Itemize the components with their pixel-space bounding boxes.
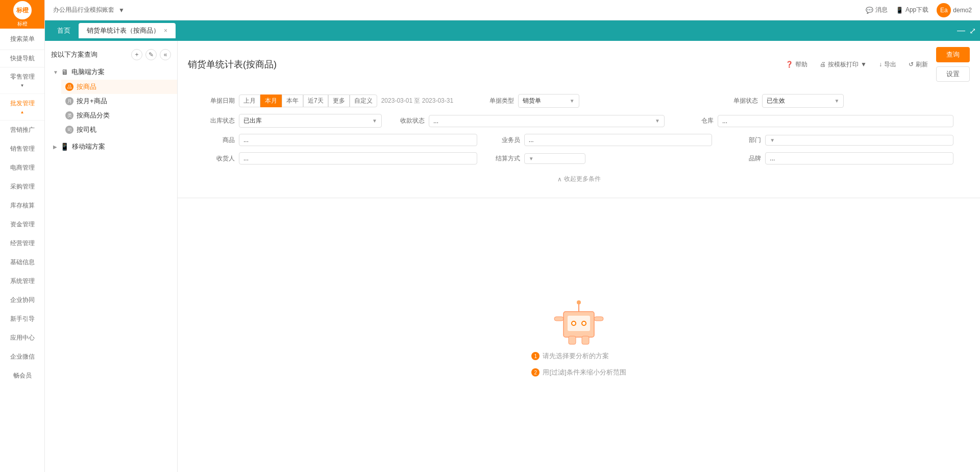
- wholesale-arrow-icon: ▲: [20, 110, 24, 114]
- collapse-btn[interactable]: ∧ 收起更多条件: [198, 171, 960, 187]
- date-btn-this-month[interactable]: 本月: [260, 95, 282, 107]
- panel-edit-btn[interactable]: ✎: [145, 49, 157, 60]
- app-download-label: App下载: [905, 6, 928, 14]
- sidebar-item-system[interactable]: 系统管理: [0, 272, 44, 291]
- doc-type-chevron: ▼: [570, 98, 575, 104]
- settings-btn[interactable]: 设置: [936, 66, 970, 82]
- right-panel: 销货单统计表(按商品) ❓ 帮助 🖨 按模板打印 ▼ ↓: [178, 41, 980, 472]
- sidebar-item-retail[interactable]: 零售管理 ▼: [0, 67, 44, 94]
- template-print-btn[interactable]: 🖨 按模板打印 ▼: [816, 58, 871, 71]
- date-btn-custom[interactable]: 自定义: [350, 95, 377, 107]
- out-status-select[interactable]: 已出库 ▼: [239, 114, 382, 128]
- sidebar-item-basic[interactable]: 基础信息: [0, 253, 44, 272]
- doc-status-chevron: ▼: [834, 98, 839, 104]
- receiver-input[interactable]: ...: [239, 152, 477, 164]
- template-print-icon: 🖨: [820, 61, 826, 68]
- department-col: 部门 ▼: [718, 135, 960, 146]
- department-label: 部门: [724, 136, 765, 145]
- avatar: Ea: [937, 3, 951, 17]
- tree-child-by-month-goods[interactable]: 月 按月+商品: [61, 94, 177, 108]
- sidebar-item-wechat[interactable]: 企业微信: [0, 347, 44, 366]
- child-icon-month: 月: [65, 97, 74, 105]
- main-area: 办公用品行业模拟账套 ▼ 💬 消息 📱 App下载 Ea demo2 首页: [45, 0, 980, 472]
- sidebar-item-inventory[interactable]: 库存核算: [0, 196, 44, 215]
- tree-child-by-cashier[interactable]: 司 按司机: [61, 123, 177, 137]
- sidebar-item-finance[interactable]: 资金管理: [0, 215, 44, 234]
- workspace-dropdown-icon[interactable]: ▼: [118, 7, 125, 14]
- settlement-label: 结算方式: [483, 154, 524, 163]
- brand-input[interactable]: ...: [765, 152, 953, 164]
- child-icon-cashier: 司: [65, 126, 74, 134]
- svg-rect-9: [594, 317, 603, 321]
- doc-status-select[interactable]: 已生效 ▼: [762, 94, 844, 108]
- sidebar-item-enterprise[interactable]: 企业协同: [0, 291, 44, 310]
- doc-type-label: 单据类型: [477, 97, 518, 105]
- child-icon-goods: 品: [65, 83, 74, 91]
- settlement-select[interactable]: ▼: [524, 153, 585, 164]
- sidebar-item-finance-label: 资金管理: [2, 220, 42, 229]
- logo-icon: 标橙: [13, 1, 32, 19]
- tab-home[interactable]: 首页: [49, 23, 79, 38]
- department-chevron: ▼: [770, 137, 775, 143]
- doc-type-select[interactable]: 销货单 ▼: [518, 94, 579, 108]
- tab-close-icon[interactable]: ×: [164, 27, 167, 34]
- sidebar-item-guide[interactable]: 新手引导: [0, 310, 44, 328]
- salesperson-dots: ...: [529, 136, 534, 144]
- sidebar-item-apps[interactable]: 应用中心: [0, 328, 44, 347]
- date-btn-7days[interactable]: 近7天: [303, 95, 328, 107]
- tab-bar-actions: — ⤢: [957, 26, 976, 36]
- date-btn-more[interactable]: 更多: [328, 95, 350, 107]
- app-download-btn[interactable]: 📱 App下载: [896, 6, 928, 14]
- panel-collapse-btn[interactable]: «: [160, 49, 171, 60]
- tree-children: 品 按商品 月 按月+商品 类 按商品分类 司 按司机: [45, 80, 177, 137]
- tab-maximize-btn[interactable]: ⤢: [969, 26, 976, 36]
- sidebar-item-ecom[interactable]: 电商管理: [0, 158, 44, 177]
- tree-mobile-expand-icon: ▶: [53, 144, 57, 150]
- sidebar-item-wechat-label: 企业微信: [2, 352, 42, 361]
- sidebar-item-system-label: 系统管理: [2, 277, 42, 286]
- help-btn[interactable]: ❓ 帮助: [781, 58, 812, 71]
- child-label-by-category: 按商品分类: [77, 111, 110, 120]
- query-btn[interactable]: 查询: [936, 47, 970, 62]
- panel-actions: + ✎ «: [131, 49, 171, 60]
- tree-child-by-goods[interactable]: 品 按商品: [61, 80, 177, 94]
- goods-input[interactable]: ...: [239, 134, 477, 146]
- sidebar-item-purchase[interactable]: 采购管理: [0, 177, 44, 196]
- collapse-label: 收起更多条件: [564, 175, 601, 183]
- sidebar-item-retail-label: 零售管理: [2, 73, 42, 81]
- warehouse-input[interactable]: ...: [718, 115, 953, 127]
- header-left: 办公用品行业模拟账套 ▼: [53, 6, 125, 14]
- goods-dots: ...: [243, 136, 249, 144]
- refresh-btn[interactable]: ↺ 刷新: [904, 58, 932, 71]
- message-btn[interactable]: 💬 消息: [866, 6, 888, 14]
- sidebar-item-wholesale[interactable]: 批发管理 ▲: [0, 94, 44, 121]
- tab-bar: 首页 销货单统计表（按商品） × — ⤢: [45, 20, 980, 41]
- logo: 标橙 标橙: [0, 0, 44, 29]
- tree-expand-icon: ▼: [53, 69, 58, 75]
- panel-add-btn[interactable]: +: [131, 49, 142, 60]
- tree-pc-group[interactable]: ▼ 🖥 电脑端方案: [45, 64, 177, 80]
- panel-title: 按以下方案查询: [51, 50, 97, 59]
- sidebar-item-operation[interactable]: 经营管理: [0, 234, 44, 253]
- svg-rect-11: [582, 336, 589, 344]
- tree-child-by-category[interactable]: 类 按商品分类: [61, 108, 177, 123]
- tab-active[interactable]: 销货单统计表（按商品） ×: [79, 23, 176, 38]
- empty-step-2: 2 用[过滤]条件来缩小分析范围: [531, 366, 626, 379]
- tree-mobile-group[interactable]: ▶ 📱 移动端方案: [45, 139, 177, 154]
- sidebar-item-member[interactable]: 畅会员: [0, 366, 44, 385]
- payment-status-input[interactable]: ... ▼: [429, 115, 665, 127]
- sidebar-item-sales[interactable]: 销售管理: [0, 139, 44, 158]
- sidebar-item-marketing[interactable]: 营销推广: [0, 121, 44, 139]
- salesperson-input[interactable]: ...: [524, 134, 713, 146]
- date-btn-this-year[interactable]: 本年: [282, 95, 303, 107]
- search-menu[interactable]: 搜索菜单: [0, 29, 44, 50]
- page-title: 销货单统计表(按商品): [188, 58, 277, 70]
- quick-nav[interactable]: 快捷导航: [0, 50, 44, 67]
- date-btn-last-month[interactable]: 上月: [239, 95, 260, 107]
- sidebar-item-wholesale-label: 批发管理: [2, 99, 42, 108]
- template-print-chevron: ▼: [861, 61, 867, 68]
- export-btn[interactable]: ↓ 导出: [875, 58, 900, 71]
- tab-minimize-btn[interactable]: —: [957, 26, 965, 36]
- department-input[interactable]: ▼: [765, 135, 953, 146]
- user-profile[interactable]: Ea demo2: [937, 3, 972, 17]
